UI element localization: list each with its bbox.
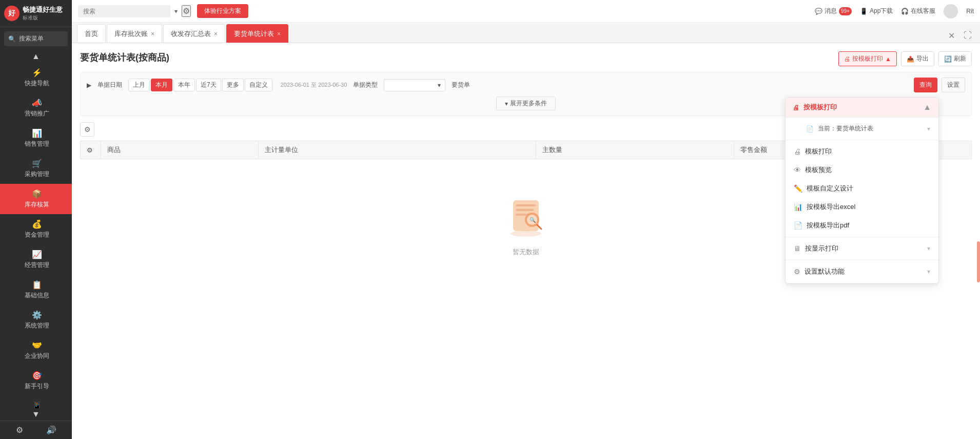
dropdown-item-template-preview[interactable]: 👁 模板预览: [786, 161, 938, 179]
tab-collection-summary[interactable]: 收发存汇总表 ×: [163, 24, 225, 43]
topbar-right: 💬 消息 99+ 📱 App下载 🎧 在线客服 Rit: [815, 4, 974, 18]
sidebar-item-inventory[interactable]: 📦 库存核算: [0, 184, 72, 214]
expand-more-button[interactable]: ▾ 展开更多条件: [496, 97, 556, 110]
app-edition: 标准版: [23, 14, 63, 22]
sidebar-scroll-up[interactable]: ▲: [0, 50, 72, 63]
export-pdf-icon: 📄: [794, 221, 802, 230]
col-header-settings[interactable]: ⚙: [81, 141, 101, 159]
tab-order-summary-close[interactable]: ×: [277, 30, 281, 37]
dropdown-item-template-print[interactable]: 🖨 模板打印: [786, 142, 938, 161]
app-logo-icon: 好: [4, 6, 19, 21]
dropdown-current-left: 📄 当前：要货单统计表: [806, 124, 873, 133]
template-print-label: 按模板打印: [852, 54, 883, 63]
sidebar-settings-button[interactable]: ⚙: [16, 425, 23, 435]
topbar-search-arrow[interactable]: ▾: [174, 8, 178, 15]
sidebar-item-label: 系统管理: [25, 321, 49, 330]
default-func-label: 设置默认功能: [805, 267, 845, 276]
content-area: 要货单统计表(按商品) 🖨 按模板打印 ▲ 📤 导出 🔄 刷新 ▶: [72, 43, 980, 439]
query-button[interactable]: 查询: [914, 78, 937, 92]
date-tab-current-month[interactable]: 本月: [151, 79, 172, 91]
sidebar-item-basic[interactable]: 📋 基础信息: [0, 275, 72, 305]
sidebar-item-system[interactable]: ⚙️ 系统管理: [0, 305, 72, 335]
search-menu-button[interactable]: 🔍 搜索菜单: [4, 31, 68, 46]
sidebar-item-sales[interactable]: 📊 销售管理: [0, 123, 72, 154]
sidebar-scroll-down[interactable]: ▼: [0, 408, 72, 421]
date-tab-custom[interactable]: 自定义: [245, 79, 272, 91]
date-tab-more[interactable]: 更多: [222, 79, 244, 91]
settings-label: 设置: [947, 81, 959, 89]
template-print-button[interactable]: 🖨 按模板打印 ▲: [838, 51, 897, 66]
refresh-button[interactable]: 🔄 刷新: [938, 51, 972, 66]
dropdown-item-export-pdf[interactable]: 📄 按模板导出pdf: [786, 216, 938, 235]
scrollbar-thumb[interactable]: [977, 241, 980, 282]
sidebar-item-marketing[interactable]: 📣 营销推广: [0, 93, 72, 123]
template-print-dropdown: 🖨 按模板打印 ▲ 📄 当前：要货单统计表 ▾: [785, 97, 939, 284]
chevron-right-icon: ▶: [87, 82, 91, 89]
settings-button[interactable]: 设置: [942, 78, 965, 92]
sidebar-search-area: 🔍 搜索菜单: [0, 27, 72, 50]
topbar-search-input[interactable]: [78, 5, 170, 17]
sidebar-item-guide[interactable]: 🎯 新手引导: [0, 366, 72, 396]
date-tab-current-year[interactable]: 本年: [173, 79, 195, 91]
dropdown-current-template[interactable]: 📄 当前：要货单统计表 ▾: [786, 120, 938, 138]
dropdown-item-default-func[interactable]: ⚙ 设置默认功能 ▾: [786, 262, 938, 281]
app-name: 畅捷通好生意: [23, 5, 63, 14]
svg-rect-3: [516, 209, 534, 211]
dropdown-default-section: ⚙ 设置默认功能 ▾: [786, 260, 938, 283]
tab-expand-window[interactable]: ⛶: [961, 28, 975, 43]
tab-batch-account-label: 库存批次账: [114, 29, 148, 39]
dropdown-title-group: 🖨 按模板打印: [793, 103, 837, 112]
app-download-group[interactable]: 📱 App下载: [860, 7, 893, 15]
tab-home[interactable]: 首页: [77, 24, 106, 43]
tab-close-window[interactable]: ✕: [944, 28, 958, 43]
sidebar-item-label: 基础信息: [25, 291, 49, 300]
filter-actions: 查询 设置: [914, 78, 965, 92]
query-label: 查询: [919, 81, 932, 89]
svg-text:🔍: 🔍: [530, 217, 536, 223]
tab-batch-account[interactable]: 库存批次账 ×: [107, 24, 162, 43]
filter-collapse-button[interactable]: ▶: [87, 82, 91, 89]
app-download-icon: 📱: [860, 8, 868, 15]
sidebar-item-label: 企业协同: [25, 352, 49, 360]
sidebar-item-label: 新手引导: [25, 382, 49, 391]
tab-order-summary[interactable]: 要货单统计表 ×: [226, 24, 288, 43]
export-button[interactable]: 📤 导出: [901, 51, 934, 66]
type-select[interactable]: ▾: [384, 79, 445, 91]
template-preview-icon: 👁: [794, 166, 801, 174]
tab-collection-summary-close[interactable]: ×: [214, 30, 218, 37]
date-tab-last-month[interactable]: 上月: [128, 79, 150, 91]
dropdown-item-export-excel[interactable]: 📊 按模板导出excel: [786, 198, 938, 216]
sidebar-sound-button[interactable]: 🔊: [46, 425, 56, 435]
online-service-group[interactable]: 🎧 在线客服: [901, 7, 935, 15]
sidebar-item-quick-nav[interactable]: ⚡ 快捷导航: [0, 63, 72, 93]
basic-icon: 📋: [32, 280, 42, 290]
dropdown-item-left: 👁 模板预览: [794, 165, 832, 175]
messages-group[interactable]: 💬 消息 99+: [815, 7, 852, 15]
inventory-icon: 📦: [32, 189, 42, 199]
collab-icon: 🤝: [32, 340, 42, 350]
quick-nav-icon: ⚡: [32, 68, 42, 78]
sidebar-item-appstore[interactable]: 📱 应用中心: [0, 396, 72, 408]
main-area: ▾ ⚙ 体验行业方案 💬 消息 99+ 📱 App下载 🎧 在线客服 Rit 首…: [72, 0, 980, 439]
col-header-unit: 主计量单位: [258, 141, 536, 159]
sidebar-item-finance[interactable]: 💰 资金管理: [0, 214, 72, 244]
sidebar-item-purchase[interactable]: 🛒 采购管理: [0, 154, 72, 184]
topbar-settings-icon[interactable]: ⚙: [182, 5, 191, 17]
table-settings-button[interactable]: ⚙: [80, 122, 94, 137]
sidebar-item-collab[interactable]: 🤝 企业协同: [0, 335, 72, 366]
online-service-label: 在线客服: [911, 7, 935, 15]
sidebar-item-operation[interactable]: 📈 经营管理: [0, 244, 72, 275]
chevron-up-icon: ▲: [885, 55, 891, 63]
date-tab-last-7[interactable]: 近7天: [196, 79, 221, 91]
sidebar-item-label: 资金管理: [25, 231, 49, 239]
date-label: 单据日期: [97, 81, 122, 89]
tab-batch-account-close[interactable]: ×: [151, 30, 154, 37]
topbar: ▾ ⚙ 体验行业方案 💬 消息 99+ 📱 App下载 🎧 在线客服 Rit: [72, 0, 980, 23]
user-avatar[interactable]: [944, 4, 958, 18]
dropdown-item-display-print[interactable]: 🖥 按显示打印 ▾: [786, 239, 938, 258]
purchase-icon: 🛒: [32, 159, 42, 168]
dropdown-item-template-custom[interactable]: ✏️ 模板自定义设计: [786, 179, 938, 198]
trial-button[interactable]: 体验行业方案: [197, 4, 248, 18]
finance-icon: 💰: [32, 219, 42, 229]
dropdown-close-button[interactable]: ▲: [923, 103, 931, 112]
